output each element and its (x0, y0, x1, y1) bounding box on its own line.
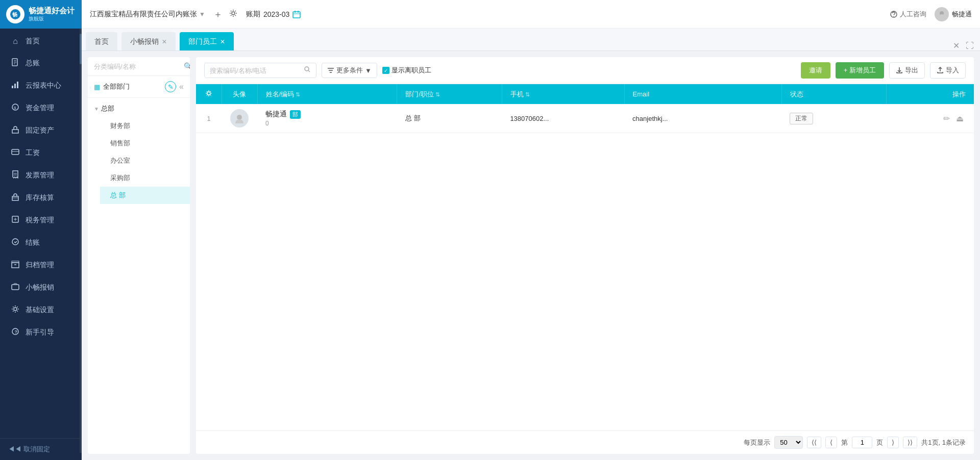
content-area: 🔍 ▦ 全部部门 ✎ « ▼ 总部 财务部 销售部 办公室 (82, 51, 980, 460)
dept-search-icon[interactable]: 🔍 (184, 62, 190, 70)
ledger-icon (10, 58, 20, 68)
more-filter-button[interactable]: 更多条件 ▼ (322, 63, 377, 78)
sidebar-item-archive[interactable]: 归档管理 (0, 254, 82, 276)
close-all-icon[interactable]: ✕ (953, 41, 960, 50)
unpin-button[interactable]: ◀◀ 取消固定 (0, 438, 82, 460)
logo-text-area: 畅捷通好会计 旗舰版 (29, 6, 75, 22)
add-company-button[interactable]: ＋ (213, 8, 223, 20)
table-header-row: 头像 姓名/编码 部门/职位 手机 Email 状态 操作 (196, 84, 974, 104)
last-page-button[interactable]: ⟩⟩ (903, 437, 917, 448)
support-button[interactable]: 人工咨询 (890, 10, 926, 19)
per-page-select[interactable]: 50 100 (774, 436, 803, 449)
export-icon (896, 67, 903, 74)
resigned-checkbox[interactable]: ✓ (382, 67, 389, 74)
dept-node-bgb[interactable]: 办公室 (100, 152, 190, 169)
th-phone[interactable]: 手机 (502, 84, 624, 104)
th-settings[interactable] (196, 84, 222, 104)
toolbar-right-actions: 邀请 + 新增员工 导出 导入 (801, 62, 966, 79)
per-page-label: 每页显示 (744, 438, 770, 447)
calendar-icon[interactable] (292, 10, 301, 18)
sidebar-item-settings[interactable]: 基础设置 (0, 299, 82, 321)
sidebar-item-label: 资金管理 (26, 104, 54, 113)
all-departments-header: ▦ 全部部门 ✎ « (88, 76, 190, 98)
tab-expense[interactable]: 小畅报销 ✕ (121, 32, 176, 50)
sidebar-item-ledger[interactable]: 总账 (0, 52, 82, 74)
employee-code: 0 (265, 120, 389, 127)
svg-point-37 (305, 67, 309, 71)
period-value: 2023-03 (263, 10, 289, 18)
sidebar-item-home[interactable]: ⌂ 首页 (0, 31, 82, 52)
sidebar-scrollbar[interactable] (80, 29, 82, 453)
assets-icon (10, 125, 20, 136)
sidebar-item-inventory[interactable]: 库存核算 (0, 187, 82, 209)
dept-node-selected[interactable]: 总 部 (100, 187, 190, 204)
employee-dept-badge: 部 (290, 110, 301, 119)
dept-tree: ▼ 总部 财务部 销售部 办公室 采购部 总 部 (88, 98, 190, 206)
sidebar-item-label: 固定资产 (26, 126, 54, 135)
period-display: 账期 2023-03 (246, 10, 301, 19)
edit-dept-icon[interactable]: ✎ (165, 81, 176, 92)
svg-rect-11 (12, 130, 18, 133)
show-resigned-toggle[interactable]: ✓ 显示离职员工 (382, 66, 431, 75)
next-page-button[interactable]: ⟩ (887, 437, 899, 448)
dept-sub-tree: 财务部 销售部 办公室 采购部 总 部 (88, 117, 190, 204)
sidebar-item-salary[interactable]: 工资 (0, 142, 82, 164)
th-name[interactable]: 姓名/编码 (257, 84, 397, 104)
svg-rect-6 (12, 86, 13, 88)
main-area: 江西服宝精品有限责任公司内账张 ▼ ＋ 账期 2023-03 人工咨询 畅捷通 (82, 0, 980, 460)
sidebar-item-guide[interactable]: ? 新手引导 (0, 321, 82, 344)
expense-icon (10, 283, 20, 293)
company-name: 江西服宝精品有限责任公司内账张 (90, 10, 197, 19)
collapse-icon[interactable]: « (179, 82, 184, 91)
company-selector[interactable]: 江西服宝精品有限责任公司内账张 ▼ (90, 10, 205, 19)
sidebar-item-funds[interactable]: $ 资金管理 (0, 97, 82, 119)
avatar (935, 7, 949, 21)
sidebar-nav: ⌂ 首页 总账 云报表中心 $ 资金管理 固定资产 (0, 29, 82, 438)
dept-node-cwb[interactable]: 财务部 (100, 117, 190, 135)
expand-icon[interactable]: ⛶ (966, 41, 974, 50)
sidebar-item-assets[interactable]: 固定资产 (0, 119, 82, 142)
sidebar-item-label: 结账 (26, 238, 40, 247)
import-button[interactable]: 导入 (930, 62, 966, 79)
th-status: 状态 (781, 84, 886, 104)
employee-search-icon[interactable] (304, 66, 311, 75)
employee-name-area: 畅捷通 部 (265, 110, 389, 119)
sidebar-item-tax[interactable]: 税务管理 (0, 209, 82, 232)
th-actions: 操作 (887, 84, 974, 104)
add-employee-button[interactable]: + 新增员工 (836, 62, 884, 79)
user-menu[interactable]: 畅捷通 (935, 7, 972, 21)
employee-search-input[interactable] (210, 67, 301, 74)
close-expense-tab-icon[interactable]: ✕ (162, 38, 167, 45)
page-number-input[interactable] (852, 437, 872, 448)
sidebar-item-close[interactable]: 结账 (0, 232, 82, 254)
svg-rect-7 (14, 84, 16, 88)
th-dept[interactable]: 部门/职位 (397, 84, 502, 104)
svg-point-45 (237, 115, 242, 120)
total-label: 共1页, 1条记录 (921, 438, 966, 447)
grid-icon: ▦ (94, 83, 100, 91)
sidebar-item-label: 基础设置 (26, 305, 54, 315)
tax-icon (10, 215, 20, 225)
dept-node-zb[interactable]: ▼ 总部 (88, 100, 190, 117)
sidebar-item-expense[interactable]: 小畅报销 (0, 276, 82, 299)
sidebar-item-label: 总账 (26, 59, 40, 68)
dept-search-input[interactable] (94, 63, 180, 70)
logo-icon: 畅 (6, 5, 24, 23)
sidebar-item-label: 归档管理 (26, 261, 54, 270)
dept-node-cgb[interactable]: 采购部 (100, 169, 190, 187)
settings-gear-icon[interactable] (229, 9, 238, 20)
dept-node-xsb[interactable]: 销售部 (100, 135, 190, 152)
first-page-button[interactable]: ⟨⟨ (807, 437, 821, 448)
prev-page-button[interactable]: ⟨ (825, 437, 837, 448)
tab-dept-emp[interactable]: 部门员工 ✕ (180, 32, 234, 50)
row-avatar (222, 104, 257, 133)
sidebar-item-reports[interactable]: 云报表中心 (0, 74, 82, 97)
tab-home[interactable]: 首页 (86, 32, 117, 50)
edit-employee-button[interactable]: ✏ (941, 113, 952, 124)
export-button[interactable]: 导出 (889, 62, 925, 79)
invite-button[interactable]: 邀请 (801, 62, 830, 79)
disable-employee-button[interactable]: ⏏ (954, 113, 966, 124)
dept-node-label: 总部 (101, 104, 114, 113)
close-dept-emp-tab-icon[interactable]: ✕ (220, 38, 225, 45)
sidebar-item-invoice[interactable]: 发票管理 (0, 164, 82, 187)
